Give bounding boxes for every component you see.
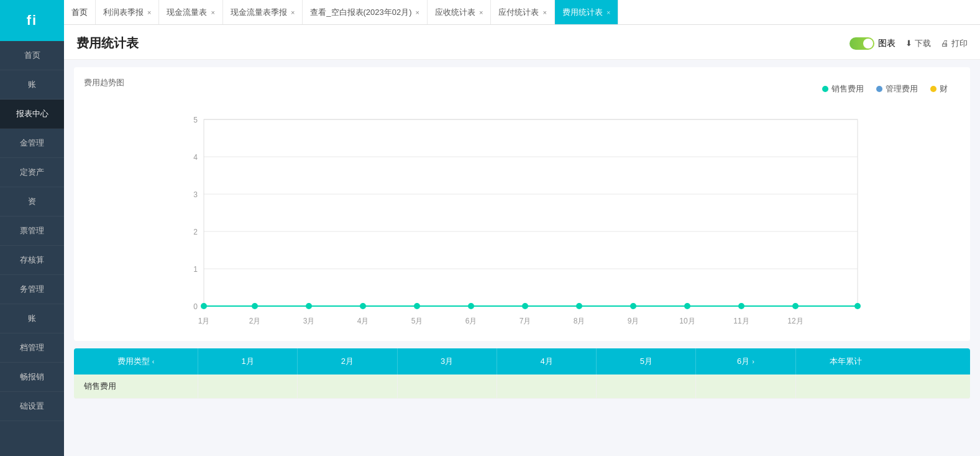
svg-point-17 <box>414 303 420 309</box>
close-icon[interactable]: × <box>416 9 419 16</box>
sidebar-item-home[interactable]: 首页 <box>0 41 64 70</box>
svg-text:4月: 4月 <box>357 317 369 325</box>
table-header: 费用类型 ‹ 1月 2月 3月 4月 5月 6月 › 本年累计 <box>74 348 970 375</box>
legend-management: 管理费用 <box>876 83 918 95</box>
table-body: 销售费用 <box>74 375 970 399</box>
col-header-feb: 2月 <box>298 348 397 375</box>
toggle-thumb <box>863 39 873 49</box>
legend-label-sales: 销售费用 <box>831 83 864 95</box>
svg-text:1月: 1月 <box>198 317 210 325</box>
legend-sales: 销售费用 <box>822 83 864 95</box>
sidebar-item-resource[interactable]: 资 <box>0 187 64 216</box>
close-icon[interactable]: × <box>543 9 546 16</box>
expense-table: 费用类型 ‹ 1月 2月 3月 4月 5月 6月 › 本年累计 销售费用 <box>74 348 970 399</box>
row-may <box>597 375 696 398</box>
page-title: 费用统计表 <box>76 35 139 52</box>
svg-text:5月: 5月 <box>411 317 423 325</box>
sidebar-item-assets[interactable]: 定资产 <box>0 158 64 187</box>
col-header-apr: 4月 <box>497 348 597 375</box>
svg-text:12月: 12月 <box>787 317 803 325</box>
svg-text:10月: 10月 <box>679 317 695 325</box>
col-header-type: 费用类型 ‹ <box>74 348 198 375</box>
download-button[interactable]: ⬇ 下载 <box>905 38 931 49</box>
sidebar: fi 首页 账 报表中心 金管理 定资产 资 票管理 存核算 务管理 账 档管理… <box>0 0 64 456</box>
col-prev-arrow[interactable]: ‹ <box>152 358 155 365</box>
tab-payable[interactable]: 应付统计表 × <box>491 0 554 24</box>
row-jan <box>198 375 298 398</box>
svg-point-25 <box>854 303 861 309</box>
sidebar-item-ledger[interactable]: 账 <box>0 304 64 333</box>
sidebar-item-reimbursement[interactable]: 畅报销 <box>0 363 64 392</box>
svg-point-20 <box>576 303 582 309</box>
print-button[interactable]: 🖨 打印 <box>941 38 968 49</box>
svg-point-18 <box>468 303 474 309</box>
sidebar-item-business[interactable]: 务管理 <box>0 275 64 304</box>
sidebar-item-archive[interactable]: 档管理 <box>0 333 64 363</box>
sidebar-item-inventory[interactable]: 存核算 <box>0 246 64 275</box>
main-area: 首页 利润表季报 × 现金流量表 × 现金流量表季报 × 查看_空白报表(202… <box>64 0 980 456</box>
tab-cashflow-quarterly[interactable]: 现金流量表季报 × <box>223 0 303 24</box>
tab-receivable[interactable]: 应收统计表 × <box>428 0 491 24</box>
svg-text:0: 0 <box>193 302 198 311</box>
svg-text:3: 3 <box>193 190 198 199</box>
svg-text:6月: 6月 <box>465 317 477 325</box>
svg-text:7月: 7月 <box>520 317 531 325</box>
svg-text:2月: 2月 <box>249 317 261 325</box>
close-icon[interactable]: × <box>147 9 151 16</box>
svg-point-19 <box>522 303 528 309</box>
tab-profit-quarterly[interactable]: 利润表季报 × <box>96 0 159 24</box>
chart-legend: 销售费用 管理费用 财 <box>822 83 948 95</box>
svg-text:5: 5 <box>193 116 198 124</box>
svg-rect-12 <box>204 119 858 306</box>
content-area: 费用统计表 图表 ⬇ 下载 🖨 打印 <box>64 25 980 456</box>
chart-svg: 5 4 3 2 1 0 <box>84 101 960 331</box>
svg-point-21 <box>630 303 636 309</box>
svg-point-16 <box>360 303 366 309</box>
svg-text:1: 1 <box>193 265 198 274</box>
col-header-ytd: 本年累计 <box>796 348 895 375</box>
row-mar <box>398 375 497 398</box>
tab-cashflow[interactable]: 现金流量表 × <box>159 0 222 24</box>
tab-expense[interactable]: 费用统计表 × <box>555 0 618 24</box>
sidebar-item-reports[interactable]: 报表中心 <box>0 100 64 129</box>
tab-bar: 首页 利润表季报 × 现金流量表 × 现金流量表季报 × 查看_空白报表(202… <box>64 0 980 25</box>
close-icon[interactable]: × <box>291 9 295 16</box>
col-header-mar: 3月 <box>398 348 497 375</box>
sidebar-item-settings[interactable]: 础设置 <box>0 392 64 421</box>
svg-text:8月: 8月 <box>574 317 585 325</box>
legend-finance: 财 <box>930 83 948 95</box>
svg-text:3月: 3月 <box>303 317 315 325</box>
tab-home[interactable]: 首页 <box>64 0 96 24</box>
legend-dot-finance <box>930 86 936 92</box>
close-icon[interactable]: × <box>211 9 214 16</box>
tab-blank-report[interactable]: 查看_空白报表(2023年02月) × <box>303 0 428 24</box>
col-header-jun: 6月 › <box>696 348 795 375</box>
row-jun <box>696 375 795 398</box>
col-header-jan: 1月 <box>198 348 298 375</box>
svg-point-24 <box>792 303 799 309</box>
legend-dot-sales <box>822 86 828 92</box>
svg-text:2: 2 <box>193 228 198 236</box>
col-next-arrow[interactable]: › <box>752 358 754 365</box>
close-icon[interactable]: × <box>607 9 610 16</box>
svg-text:9月: 9月 <box>628 317 639 325</box>
toggle-label: 图表 <box>878 38 895 49</box>
toggle-track[interactable] <box>849 37 874 50</box>
close-icon[interactable]: × <box>479 9 483 16</box>
svg-text:11月: 11月 <box>733 317 749 325</box>
header-actions: 图表 ⬇ 下载 🖨 打印 <box>849 37 968 50</box>
page-header: 费用统计表 图表 ⬇ 下载 🖨 打印 <box>64 25 980 60</box>
sidebar-logo: fi <box>0 0 64 41</box>
legend-dot-management <box>876 86 882 92</box>
legend-label-finance: 财 <box>940 83 948 95</box>
sidebar-item-account[interactable]: 账 <box>0 70 64 100</box>
legend-label-management: 管理费用 <box>886 83 918 95</box>
row-feb <box>298 375 397 398</box>
sidebar-item-cash[interactable]: 金管理 <box>0 129 64 158</box>
chart-toggle[interactable]: 图表 <box>849 37 895 50</box>
col-header-may: 5月 <box>597 348 696 375</box>
row-apr <box>497 375 597 398</box>
row-label-sales: 销售费用 <box>74 375 198 398</box>
sidebar-item-invoice[interactable]: 票管理 <box>0 216 64 246</box>
svg-point-23 <box>738 303 744 309</box>
